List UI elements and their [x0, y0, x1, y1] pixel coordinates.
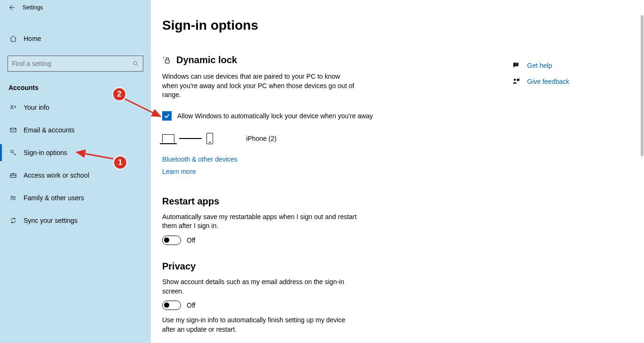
sidebar-item-label: Your info: [24, 104, 50, 111]
sidebar-item-sync[interactable]: Sync your settings: [0, 209, 151, 232]
annotation-badge-2: 2: [112, 87, 126, 101]
dynamic-lock-desc: Windows can use devices that are paired …: [162, 72, 355, 100]
dynamic-lock-checkbox[interactable]: [162, 111, 172, 121]
back-button[interactable]: [0, 0, 23, 15]
svg-rect-2: [10, 128, 16, 132]
svg-point-0: [133, 61, 137, 65]
link-text: Give feedback: [527, 78, 570, 85]
privacy-toggle-row: Off: [162, 301, 520, 310]
dynamic-lock-checkbox-label: Allow Windows to automatically lock your…: [177, 112, 373, 120]
sidebar-item-signin-options[interactable]: Sign-in options: [0, 141, 151, 164]
search-input-wrap[interactable]: [8, 56, 143, 72]
link-bluetooth-devices[interactable]: Bluetooth & other devices: [162, 155, 238, 163]
link-text: Get help: [527, 62, 552, 69]
svg-text:?: ?: [515, 63, 517, 66]
home-icon: [9, 35, 17, 42]
device-glyphs: [162, 133, 213, 144]
sidebar-item-family[interactable]: Family & other users: [0, 187, 151, 209]
section-heading-text: Privacy: [162, 261, 196, 272]
sidebar-item-work-school[interactable]: Access work or school: [0, 164, 151, 187]
section-heading: Dynamic lock: [162, 55, 520, 65]
restart-apps-toggle-label: Off: [187, 237, 195, 244]
dynamic-lock-checkbox-row[interactable]: Allow Windows to automatically lock your…: [162, 111, 520, 121]
section-privacy: Privacy Show account details such as my …: [162, 261, 520, 334]
arrow-left-icon: [8, 4, 15, 11]
privacy-desc2: Use my sign-in info to automatically fin…: [162, 316, 360, 334]
sidebar-home-label: Home: [24, 35, 41, 42]
restart-apps-desc: Automatically save my restartable apps w…: [162, 212, 360, 231]
sync-icon: [9, 217, 17, 224]
feedback-icon: [512, 77, 520, 86]
content: Sign-in options Dynamic lock Windows can…: [151, 0, 644, 343]
page-title: Sign-in options: [162, 18, 644, 33]
link-give-feedback[interactable]: Give feedback: [512, 77, 616, 86]
sidebar-item-label: Email & accounts: [24, 126, 74, 134]
paired-device-row: iPhone (2): [162, 133, 520, 144]
sidebar-item-label: Family & other users: [24, 194, 84, 202]
help-chat-icon: ?: [512, 61, 520, 70]
sidebar-item-label: Sign-in options: [24, 149, 67, 156]
people-icon: [9, 194, 17, 202]
key-icon: [9, 149, 17, 156]
titlebar: Settings: [0, 0, 151, 15]
check-icon: [164, 113, 170, 119]
section-heading-text: Dynamic lock: [176, 55, 237, 65]
restart-apps-toggle[interactable]: [162, 236, 181, 245]
link-get-help[interactable]: ? Get help: [512, 61, 616, 70]
sidebar-section-label: Accounts: [8, 84, 151, 91]
svg-point-1: [11, 106, 13, 107]
scrollbar-thumb[interactable]: [641, 15, 644, 156]
svg-point-10: [514, 79, 516, 81]
section-heading: Restart apps: [162, 196, 520, 207]
sidebar-item-label: Access work or school: [24, 172, 89, 179]
sidebar: Settings Home Accounts Your info Email &…: [0, 0, 151, 343]
briefcase-icon: [9, 172, 17, 179]
section-heading-text: Restart apps: [162, 196, 219, 207]
privacy-toggle[interactable]: [162, 301, 181, 310]
dynamic-lock-icon: [162, 56, 172, 65]
sidebar-item-label: Sync your settings: [24, 217, 77, 224]
restart-apps-toggle-row: Off: [162, 236, 520, 245]
sidebar-item-your-info[interactable]: Your info: [0, 96, 151, 119]
sidebar-item-email[interactable]: Email & accounts: [0, 119, 151, 141]
svg-rect-8: [165, 60, 169, 63]
right-column: ? Get help Give feedback: [512, 61, 616, 93]
search-icon: [132, 60, 139, 67]
person-card-icon: [9, 104, 17, 111]
phone-icon: [206, 133, 213, 144]
link-learn-more[interactable]: Learn more: [162, 168, 196, 175]
privacy-toggle-label: Off: [187, 302, 195, 309]
paired-device-name: iPhone (2): [246, 135, 277, 142]
annotation-badge-1: 1: [113, 155, 127, 170]
app-title: Settings: [23, 4, 43, 11]
section-heading: Privacy: [162, 261, 520, 272]
svg-point-5: [11, 196, 13, 198]
privacy-desc1: Show account details such as my email ad…: [162, 278, 360, 296]
svg-point-6: [14, 196, 15, 198]
connection-line-icon: [179, 138, 202, 139]
mail-icon: [9, 126, 17, 134]
section-restart-apps: Restart apps Automatically save my resta…: [162, 196, 520, 245]
section-dynamic-lock: Dynamic lock Windows can use devices tha…: [162, 55, 520, 180]
svg-point-3: [11, 150, 13, 153]
laptop-icon: [162, 134, 174, 143]
search-input[interactable]: [12, 60, 132, 67]
sidebar-home[interactable]: Home: [0, 29, 151, 48]
